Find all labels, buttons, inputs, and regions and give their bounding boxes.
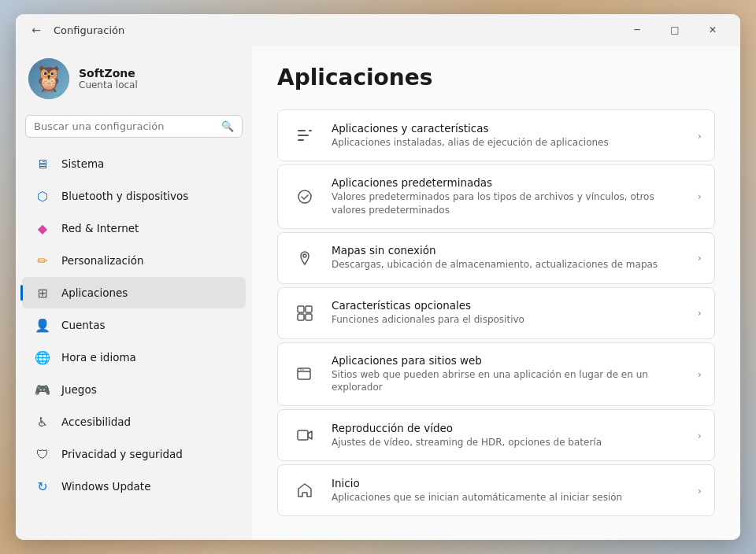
- sidebar-item-hora[interactable]: 🌐Hora e idioma: [22, 342, 246, 373]
- titlebar: ← Configuración ─ □ ✕: [16, 14, 740, 46]
- nav-icon-privacidad: 🛡: [35, 446, 50, 462]
- settings-icon-caracteristicas: [291, 121, 319, 150]
- settings-window: ← Configuración ─ □ ✕ SoftZone Cuenta lo…: [16, 14, 740, 540]
- sidebar-item-personalizacion[interactable]: ✏Personalización: [22, 245, 246, 276]
- content-area: SoftZone Cuenta local 🔍 🖥Sistema⬡Bluetoo…: [16, 46, 740, 540]
- main-content: Aplicaciones Aplicaciones y característi…: [252, 46, 740, 540]
- settings-text-inicio: InicioAplicaciones que se inician automá…: [332, 477, 685, 504]
- close-button[interactable]: ✕: [695, 17, 731, 42]
- page-title: Aplicaciones: [277, 65, 715, 90]
- nav-icon-accesibilidad: ♿: [35, 414, 50, 430]
- settings-icon-web: [291, 360, 319, 388]
- svg-rect-7: [306, 306, 312, 312]
- sidebar-item-accesibilidad[interactable]: ♿Accesibilidad: [22, 406, 246, 438]
- sidebar-item-sistema[interactable]: 🖥Sistema: [22, 148, 246, 179]
- window-controls: ─ □ ✕: [619, 17, 731, 42]
- sidebar-item-update[interactable]: ↻Windows Update: [22, 471, 246, 502]
- settings-title-predeterminadas: Aplicaciones predeterminadas: [332, 176, 685, 189]
- user-role: Cuenta local: [79, 79, 138, 90]
- settings-desc-web: Sitios web que pueden abrirse en una apl…: [332, 368, 685, 395]
- svg-point-4: [298, 190, 311, 203]
- chevron-right-icon: ›: [698, 430, 702, 441]
- settings-item-web[interactable]: Aplicaciones para sitios webSitios web q…: [277, 342, 715, 407]
- settings-item-inicio[interactable]: InicioAplicaciones que se inician automá…: [277, 464, 715, 516]
- settings-desc-predeterminadas: Valores predeterminados para los tipos d…: [332, 190, 685, 217]
- sidebar-item-label-red: Red & Internet: [61, 222, 139, 235]
- sidebar-item-label-privacidad: Privacidad y seguridad: [61, 448, 183, 460]
- nav-icon-red: ◆: [35, 220, 50, 236]
- nav-icon-update: ↻: [35, 478, 50, 494]
- sidebar-item-red[interactable]: ◆Red & Internet: [22, 212, 246, 244]
- sidebar-item-label-hora: Hora e idioma: [61, 351, 136, 364]
- settings-text-video: Reproducción de vídeoAjustes de vídeo, s…: [332, 422, 685, 449]
- sidebar-item-juegos[interactable]: 🎮Juegos: [22, 374, 246, 405]
- settings-icon-predeterminadas: [291, 183, 319, 211]
- back-button[interactable]: ←: [25, 19, 47, 41]
- svg-point-5: [303, 254, 306, 257]
- settings-item-opcionales[interactable]: Características opcionalesFunciones adic…: [277, 287, 715, 339]
- svg-rect-0: [298, 130, 306, 131]
- settings-item-caracteristicas[interactable]: Aplicaciones y característicasAplicacion…: [277, 109, 715, 161]
- chevron-right-icon: ›: [698, 190, 702, 202]
- svg-rect-9: [306, 314, 312, 320]
- settings-title-inicio: Inicio: [332, 477, 685, 489]
- settings-item-predeterminadas[interactable]: Aplicaciones predeterminadasValores pred…: [277, 164, 715, 229]
- settings-desc-video: Ajustes de vídeo, streaming de HDR, opci…: [332, 436, 685, 449]
- svg-rect-6: [298, 306, 304, 312]
- settings-title-mapas: Mapas sin conexión: [332, 244, 685, 257]
- user-name: SoftZone: [79, 67, 138, 79]
- sidebar-item-privacidad[interactable]: 🛡Privacidad y seguridad: [22, 438, 246, 470]
- sidebar-item-label-update: Windows Update: [61, 480, 150, 493]
- chevron-right-icon: ›: [698, 130, 702, 142]
- settings-item-video[interactable]: Reproducción de vídeoAjustes de vídeo, s…: [277, 409, 715, 461]
- settings-desc-inicio: Aplicaciones que se inician automáticame…: [332, 491, 685, 504]
- sidebar: SoftZone Cuenta local 🔍 🖥Sistema⬡Bluetoo…: [16, 46, 252, 540]
- sidebar-item-label-juegos: Juegos: [61, 383, 97, 396]
- sidebar-item-bluetooth[interactable]: ⬡Bluetooth y dispositivos: [22, 180, 246, 212]
- window-title: Configuración: [54, 24, 619, 36]
- nav-icon-aplicaciones: ⊞: [35, 285, 50, 301]
- svg-rect-3: [309, 130, 312, 131]
- sidebar-item-label-personalizacion: Personalización: [61, 254, 144, 267]
- chevron-right-icon: ›: [698, 307, 702, 319]
- search-box[interactable]: 🔍: [25, 115, 243, 138]
- minimize-button[interactable]: ─: [619, 17, 655, 42]
- sidebar-item-label-accesibilidad: Accesibilidad: [61, 416, 131, 428]
- sidebar-item-label-sistema: Sistema: [61, 157, 104, 170]
- sidebar-item-cuentas[interactable]: 👤Cuentas: [22, 309, 246, 341]
- settings-desc-mapas: Descargas, ubicación de almacenamiento, …: [332, 258, 685, 271]
- settings-text-opcionales: Características opcionalesFunciones adic…: [332, 299, 685, 327]
- nav-list: 🖥Sistema⬡Bluetooth y dispositivos◆Red & …: [16, 147, 252, 503]
- sidebar-item-label-aplicaciones: Aplicaciones: [61, 286, 128, 299]
- settings-text-caracteristicas: Aplicaciones y característicasAplicacion…: [332, 122, 685, 150]
- maximize-button[interactable]: □: [657, 17, 693, 42]
- svg-rect-11: [298, 430, 308, 440]
- sidebar-item-aplicaciones[interactable]: ⊞Aplicaciones: [22, 277, 246, 308]
- settings-desc-caracteristicas: Aplicaciones instaladas, alias de ejecuc…: [332, 136, 685, 150]
- settings-text-predeterminadas: Aplicaciones predeterminadasValores pred…: [332, 176, 685, 217]
- nav-icon-sistema: 🖥: [35, 156, 50, 172]
- settings-item-mapas[interactable]: Mapas sin conexiónDescargas, ubicación d…: [277, 232, 715, 284]
- nav-icon-hora: 🌐: [35, 349, 50, 365]
- avatar: [28, 58, 69, 99]
- svg-rect-8: [298, 314, 304, 320]
- settings-text-mapas: Mapas sin conexiónDescargas, ubicación d…: [332, 244, 685, 271]
- nav-icon-cuentas: 👤: [35, 317, 50, 333]
- chevron-right-icon: ›: [698, 485, 702, 497]
- settings-title-web: Aplicaciones para sitios web: [332, 354, 685, 367]
- nav-icon-bluetooth: ⬡: [35, 188, 50, 204]
- sidebar-item-label-bluetooth: Bluetooth y dispositivos: [61, 190, 188, 202]
- settings-desc-opcionales: Funciones adicionales para el dispositiv…: [332, 313, 685, 327]
- settings-icon-video: [291, 421, 319, 449]
- settings-icon-mapas: [291, 244, 319, 272]
- search-input[interactable]: [34, 120, 215, 132]
- user-profile[interactable]: SoftZone Cuenta local: [16, 46, 252, 115]
- settings-title-opcionales: Características opcionales: [332, 299, 685, 312]
- chevron-right-icon: ›: [698, 368, 702, 380]
- settings-title-video: Reproducción de vídeo: [332, 422, 685, 434]
- settings-icon-inicio: [291, 476, 319, 504]
- svg-rect-10: [298, 368, 310, 379]
- search-icon: 🔍: [221, 120, 234, 132]
- settings-icon-opcionales: [291, 299, 319, 327]
- settings-text-web: Aplicaciones para sitios webSitios web q…: [332, 354, 685, 395]
